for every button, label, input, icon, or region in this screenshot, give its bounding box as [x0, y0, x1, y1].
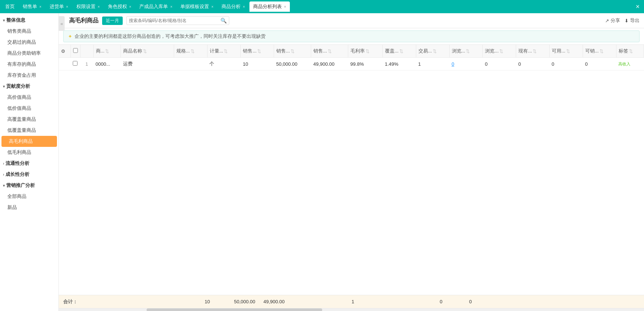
table-wrapper: ⚙ 商... ⇅	[59, 44, 644, 295]
main-layout: ▾ 整体信息 销售类商品 交易过的商品 商品分类助销率 有库存的商品 库存资金占…	[0, 13, 644, 311]
tab-permissions[interactable]: 权限设置 ×	[73, 1, 104, 12]
col-trade[interactable]: 交易... ⇅	[416, 45, 449, 58]
search-icon[interactable]: 🔍	[220, 18, 227, 23]
warning-icon: ✦	[68, 33, 72, 39]
footer-sale-amt: 50,000.00	[232, 299, 261, 304]
close-icon[interactable]: ×	[129, 5, 132, 9]
sort-icon: ⇅	[257, 48, 261, 54]
share-button[interactable]: ↗ 分享	[605, 17, 620, 24]
sidebar-item-high-value[interactable]: 高价值商品	[0, 92, 58, 103]
col-saleable[interactable]: 可销... ⇅	[583, 45, 616, 58]
horizontal-scrollbar[interactable]	[59, 308, 644, 311]
col-coverage[interactable]: 覆盖... ⇅	[383, 45, 416, 58]
col-code[interactable]: 商... ⇅	[93, 45, 121, 58]
footer-available1: 0	[438, 299, 467, 304]
sort-icon: ⇅	[224, 48, 228, 54]
col-unit[interactable]: 计量... ⇅	[207, 45, 241, 58]
col-tag[interactable]: 标签 ⇅	[616, 45, 644, 58]
col-spec[interactable]: 规格... ⇅	[174, 45, 207, 58]
footer-totals: 合计： 10 50,000.00 49,900.00 1 0 0	[59, 295, 644, 308]
sidebar-group-contribution[interactable]: ▾ 贡献度分析	[0, 81, 58, 92]
col-available1[interactable]: 现有... ⇅	[516, 45, 550, 58]
row-tag-cell: 高收入	[616, 58, 644, 70]
sort-icon: ⇅	[499, 48, 503, 54]
sidebar-group-overall[interactable]: ▾ 整体信息	[0, 15, 58, 26]
sidebar-group-marketing[interactable]: ▾ 营销推广分析	[0, 180, 58, 191]
sort-icon: ⇅	[399, 48, 403, 54]
footer-sale-qty: 10	[202, 299, 232, 304]
sidebar-item-low-coverage[interactable]: 低覆盖量商品	[0, 125, 58, 136]
sidebar-item-stock-products[interactable]: 有库存的商品	[0, 59, 58, 70]
sidebar-item-high-coverage[interactable]: 高覆盖量商品	[0, 114, 58, 125]
sort-icon: ⇅	[291, 48, 295, 54]
tab-product-analysis-list[interactable]: 商品分析列表 ×	[249, 1, 290, 12]
sort-icon: ⇅	[600, 48, 604, 54]
col-sale-amt[interactable]: 销售... ⇅	[274, 45, 311, 58]
export-button[interactable]: ⬇ 导出	[625, 17, 640, 24]
content-header: 高毛利商品 近一月 🔍 ↗ 分享 ⬇ 导出	[59, 13, 644, 28]
close-icon[interactable]: ×	[98, 5, 100, 9]
header-actions: ↗ 分享 ⬇ 导出	[605, 17, 640, 24]
close-icon[interactable]: ×	[66, 5, 68, 9]
tab-purchase-order[interactable]: 进货单 ×	[46, 1, 72, 12]
col-available2[interactable]: 可用... ⇅	[550, 45, 583, 58]
chevron-down-icon: ▾	[3, 18, 5, 22]
sidebar-group-liquidity[interactable]: › 流通性分析	[0, 158, 58, 169]
sort-icon: ⇅	[533, 48, 537, 54]
scroll-thumb[interactable]	[147, 308, 322, 311]
filter-recent-month-button[interactable]: 近一月	[102, 17, 123, 25]
col-gross-rate[interactable]: 毛利率 ⇅	[348, 45, 383, 58]
col-name[interactable]: 商品名称 ⇅	[121, 45, 174, 58]
chevron-right-icon: ›	[3, 162, 4, 166]
tab-home[interactable]: 首页	[1, 1, 18, 12]
tab-sales-order[interactable]: 销售单 ×	[19, 1, 45, 12]
footer-label: 合计：	[63, 299, 78, 305]
tab-roles[interactable]: 角色授权 ×	[104, 1, 135, 12]
sidebar-collapse-button[interactable]: «	[59, 16, 65, 31]
sort-icon: ⇅	[629, 48, 633, 54]
col-browse1[interactable]: 浏览... ⇅	[449, 45, 483, 58]
sidebar-item-sales-products[interactable]: 销售类商品	[0, 26, 58, 37]
col-sale-profit[interactable]: 销售... ⇅	[311, 45, 348, 58]
col-browse2[interactable]: 浏览... ⇅	[483, 45, 516, 58]
close-icon[interactable]: ×	[39, 5, 42, 9]
row-num-cell: 1	[80, 58, 93, 70]
col-sale-qty[interactable]: 销售... ⇅	[241, 45, 274, 58]
sort-icon: ⇅	[466, 48, 470, 54]
close-icon[interactable]: ×	[170, 5, 172, 9]
footer-sale-profit: 49,900.00	[261, 299, 291, 304]
page-title: 高毛利商品	[69, 17, 98, 25]
sort-icon: ⇅	[433, 48, 437, 54]
row-sale-profit-cell: 49,900.00	[311, 58, 348, 70]
table-row: 1 0000... 运费 个 10	[59, 58, 644, 70]
tab-production[interactable]: 产成品入库单 ×	[136, 1, 176, 12]
row-sale-qty-cell: 10	[241, 58, 274, 70]
row-sale-amt-cell: 50,000.00	[274, 58, 311, 70]
sort-icon: ⇅	[566, 48, 570, 54]
col-settings[interactable]: ⚙	[59, 45, 71, 58]
col-num	[80, 45, 93, 58]
row-checkbox[interactable]	[73, 61, 78, 66]
search-input[interactable]	[129, 18, 220, 23]
sidebar-group-growth[interactable]: › 成长性分析	[0, 169, 58, 180]
sort-icon: ⇅	[105, 48, 109, 54]
close-icon[interactable]: ×	[243, 5, 245, 9]
sidebar-item-all-products[interactable]: 全部商品	[0, 191, 58, 202]
select-all-checkbox[interactable]	[73, 48, 78, 53]
close-all-tabs-button[interactable]: ×	[633, 3, 643, 11]
info-bar: ✦ 企业的主要的利润都是这部分商品创造的，可考虑加大推广，同时关注库存是不要出现…	[63, 30, 640, 42]
sidebar-item-high-margin[interactable]: 高毛利商品	[1, 136, 57, 147]
sidebar-item-low-margin[interactable]: 低毛利商品	[0, 147, 58, 158]
sidebar-item-new-products[interactable]: 新品	[0, 202, 58, 213]
sidebar-item-category-sales-rate[interactable]: 商品分类助销率	[0, 48, 58, 59]
products-table: ⚙ 商... ⇅	[59, 44, 644, 70]
sidebar-item-low-value[interactable]: 低价值商品	[0, 103, 58, 114]
tab-template[interactable]: 单据模板设置 ×	[177, 1, 217, 12]
tab-product-analysis[interactable]: 商品分析 ×	[218, 1, 249, 12]
row-name-cell: 运费	[121, 58, 174, 70]
close-icon[interactable]: ×	[211, 5, 213, 9]
close-icon[interactable]: ×	[284, 5, 286, 9]
row-code-cell: 0000...	[93, 58, 121, 70]
sidebar-item-stock-capital[interactable]: 库存资金占用	[0, 70, 58, 81]
sidebar-item-traded-products[interactable]: 交易过的商品	[0, 37, 58, 48]
